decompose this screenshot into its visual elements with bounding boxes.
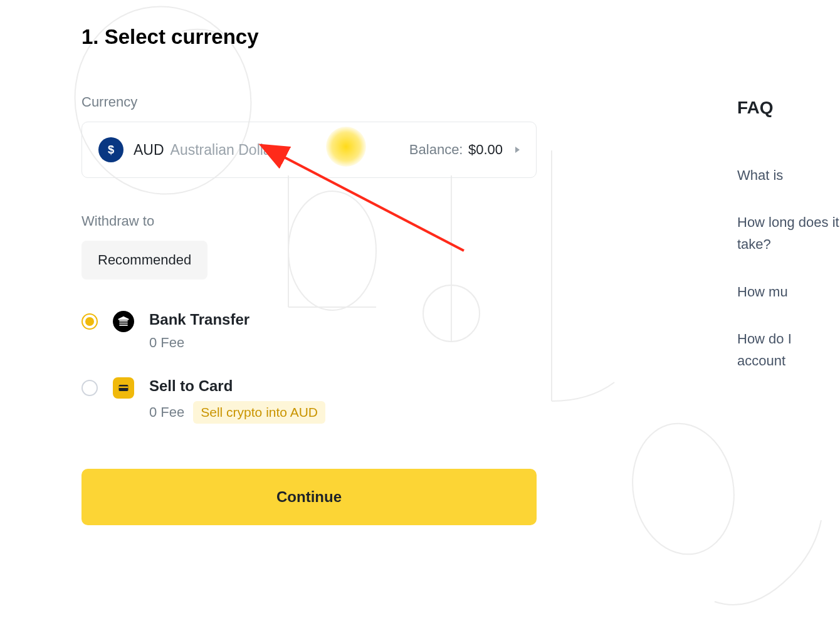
svg-rect-10 <box>119 387 129 389</box>
faq-link[interactable]: How do Iaccount <box>737 328 839 372</box>
faq-link[interactable]: How mu <box>737 281 839 303</box>
method-title: Sell to Card <box>149 377 840 395</box>
page-heading: 1. Select currency <box>81 25 840 49</box>
faq-heading: FAQ <box>737 98 839 118</box>
method-title: Bank Transfer <box>149 311 840 328</box>
bank-icon <box>113 311 134 332</box>
faq-link[interactable]: How long does ittake? <box>737 211 839 255</box>
method-bank-transfer[interactable]: Bank Transfer 0 Fee <box>81 311 840 351</box>
svg-text:$: $ <box>108 143 114 156</box>
faq-link[interactable]: What is <box>737 164 839 186</box>
tab-recommended[interactable]: Recommended <box>81 241 207 280</box>
card-icon <box>113 377 134 399</box>
caret-right-icon <box>515 147 520 153</box>
radio-bank-transfer[interactable] <box>81 313 98 330</box>
method-fee: 0 Fee <box>149 404 184 421</box>
balance-text: Balance: $0.00 <box>409 142 503 158</box>
continue-button[interactable]: Continue <box>81 469 537 525</box>
method-sell-to-card[interactable]: Sell to Card 0 Fee Sell crypto into AUD <box>81 377 840 424</box>
currency-label: Currency <box>81 94 840 110</box>
method-badge: Sell crypto into AUD <box>193 401 325 424</box>
dollar-icon: $ <box>98 137 123 162</box>
currency-code: AUD <box>134 142 164 159</box>
method-fee: 0 Fee <box>149 335 184 351</box>
currency-selector[interactable]: $ AUD Australian Dollar Balance: $0.00 <box>81 122 537 178</box>
radio-sell-to-card[interactable] <box>81 380 98 396</box>
currency-fullname: Australian Dollar <box>171 142 276 159</box>
faq-panel: FAQ What is How long does ittake? How mu… <box>737 98 839 397</box>
withdraw-label: Withdraw to <box>81 213 840 229</box>
